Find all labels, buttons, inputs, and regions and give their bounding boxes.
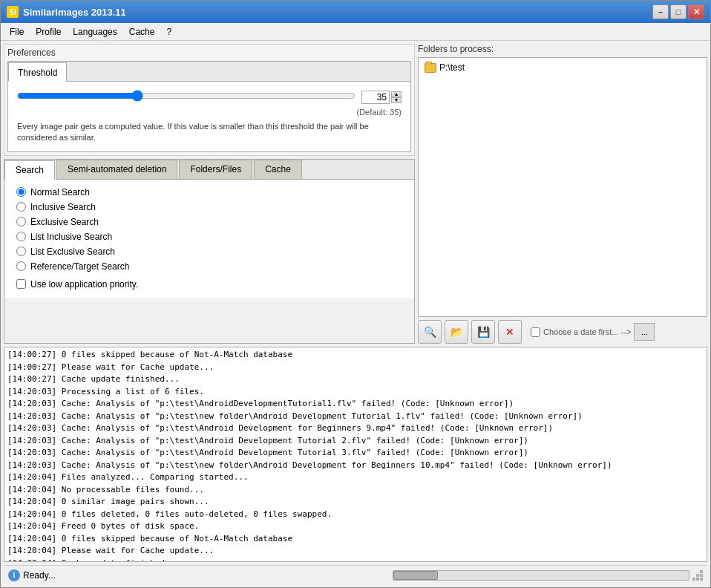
delete-icon: ✕	[505, 326, 514, 338]
threshold-spinner: ▲ ▼	[391, 91, 402, 103]
browse-date-button[interactable]: ...	[634, 323, 655, 341]
tab-cache[interactable]: Cache	[254, 160, 302, 179]
app-icon: SI	[7, 6, 19, 18]
low-priority-row: Use low application priority.	[16, 279, 402, 290]
maximize-button[interactable]: □	[670, 4, 687, 19]
radio-list-inclusive: List Inclusive Search	[16, 232, 402, 242]
threshold-input[interactable]	[361, 91, 390, 104]
radio-list-exclusive-input[interactable]	[16, 246, 26, 256]
folder-list: P:\test	[418, 57, 707, 317]
log-line: [14:20:04] No processable files found...	[7, 484, 692, 497]
window-title: SimilarImages 2013.11	[23, 7, 652, 18]
add-folder-icon: 📂	[450, 326, 463, 338]
window-controls: – □ ✕	[652, 4, 704, 19]
search-button[interactable]: 🔍	[418, 320, 442, 344]
radio-inclusive-input[interactable]	[16, 202, 26, 212]
folder-icon	[425, 63, 436, 73]
search-tab-header: Search Semi-automated deletion Folders/F…	[4, 160, 414, 180]
close-button[interactable]: ✕	[688, 4, 704, 19]
threshold-content: ▲ ▼ (Default: 35) Every image pair gets …	[8, 82, 410, 151]
log-line: [14:00:27] Please wait for Cache update.…	[7, 362, 692, 374]
spin-up[interactable]: ▲	[391, 91, 402, 97]
folder-path: P:\test	[439, 62, 465, 73]
delete-button[interactable]: ✕	[498, 320, 522, 344]
status-text: Ready...	[23, 570, 390, 581]
title-bar: SI SimilarImages 2013.11 – □ ✕	[1, 1, 710, 23]
radio-list-exclusive-label[interactable]: List Exclusive Search	[30, 246, 115, 257]
save-button[interactable]: 💾	[471, 320, 495, 344]
log-line: [14:20:03] Cache: Analysis of "p:\test\A…	[7, 422, 692, 435]
radio-inclusive-label[interactable]: Inclusive Search	[30, 202, 96, 212]
radio-exclusive-label[interactable]: Exclusive Search	[30, 217, 99, 227]
radio-normal-input[interactable]	[16, 187, 26, 197]
log-line: [14:20:03] Cache: Analysis of "p:\test\A…	[7, 447, 692, 460]
status-icon: i	[8, 569, 20, 581]
date-label[interactable]: Choose a date first... -->	[543, 327, 631, 336]
scrollbar-thumb	[393, 571, 438, 580]
status-bar: i Ready...	[4, 565, 707, 584]
folder-toolbar: 🔍 📂 💾 ✕ Choose a date first... --> .	[418, 320, 707, 344]
radio-list-inclusive-input[interactable]	[16, 232, 26, 241]
log-line: [14:20:04] Cache update finished...	[7, 558, 692, 563]
menu-file[interactable]: File	[4, 25, 30, 39]
radio-exclusive: Exclusive Search	[16, 217, 402, 227]
menu-help[interactable]: ?	[160, 25, 177, 39]
date-area: Choose a date first... --> ...	[531, 323, 707, 341]
radio-list-inclusive-label[interactable]: List Inclusive Search	[30, 232, 112, 242]
radio-normal: Normal Search	[16, 187, 402, 197]
date-checkbox[interactable]	[531, 327, 540, 337]
minimize-button[interactable]: –	[652, 4, 669, 19]
log-area[interactable]: [14:00:27] 0 files skipped because of No…	[4, 347, 707, 562]
menu-profile[interactable]: Profile	[30, 25, 67, 39]
radio-normal-label[interactable]: Normal Search	[30, 187, 90, 197]
threshold-tab-header: Threshold	[8, 62, 410, 82]
search-options: Normal Search Inclusive Search Exclusive…	[4, 180, 414, 297]
log-line: [14:20:04] 0 files skipped because of No…	[7, 533, 692, 546]
save-icon: 💾	[477, 326, 490, 338]
resize-grip[interactable]	[692, 570, 703, 581]
menu-bar: File Profile Languages Cache ?	[1, 23, 710, 41]
preferences-section: Preferences Threshold	[4, 44, 415, 156]
search-section: Search Semi-automated deletion Folders/F…	[4, 159, 415, 344]
radio-reference: Reference/Target Search	[16, 261, 402, 272]
threshold-value-box: ▲ ▼	[361, 91, 402, 104]
horizontal-scrollbar[interactable]	[393, 570, 689, 581]
tab-search[interactable]: Search	[4, 160, 55, 180]
log-wrapper: [14:00:27] 0 files skipped because of No…	[4, 347, 707, 562]
log-line: [14:20:03] Cache: Analysis of "p:\test\n…	[7, 460, 692, 472]
low-priority-label[interactable]: Use low application priority.	[30, 279, 138, 290]
threshold-slider[interactable]	[17, 89, 356, 102]
menu-languages[interactable]: Languages	[67, 25, 122, 39]
radio-reference-label[interactable]: Reference/Target Search	[30, 261, 129, 272]
spin-down[interactable]: ▼	[391, 97, 402, 103]
main-content: Preferences Threshold	[1, 41, 710, 587]
tab-threshold[interactable]: Threshold	[8, 62, 67, 82]
left-panel: Preferences Threshold	[4, 44, 415, 344]
threshold-panel: Threshold ▲	[7, 61, 411, 152]
search-tab-content: Normal Search Inclusive Search Exclusive…	[4, 180, 414, 298]
log-line: [14:00:27] 0 files skipped because of No…	[7, 349, 692, 362]
add-folder-button[interactable]: 📂	[445, 320, 468, 344]
top-area: Preferences Threshold	[4, 44, 707, 344]
search-icon: 🔍	[424, 326, 436, 338]
folder-panel: Folders to process: P:\test 🔍 📂	[418, 44, 707, 344]
folders-label: Folders to process:	[418, 44, 707, 54]
preferences-label: Preferences	[7, 48, 411, 58]
low-priority-checkbox[interactable]	[16, 279, 26, 289]
list-item[interactable]: P:\test	[422, 61, 704, 74]
slider-container	[17, 89, 356, 105]
menu-cache[interactable]: Cache	[123, 25, 161, 39]
log-line: [14:20:03] Cache: Analysis of "p:\test\A…	[7, 398, 692, 411]
log-line: [14:20:03] Processing a list of 6 files.	[7, 386, 692, 399]
radio-exclusive-input[interactable]	[16, 217, 26, 226]
radio-list-exclusive: List Exclusive Search	[16, 246, 402, 257]
threshold-slider-row: ▲ ▼	[17, 89, 402, 105]
log-line: [14:20:03] Cache: Analysis of "p:\test\n…	[7, 411, 692, 423]
main-window: SI SimilarImages 2013.11 – □ ✕ File Prof…	[0, 0, 711, 588]
tab-semi-auto[interactable]: Semi-automated deletion	[56, 160, 177, 179]
threshold-default: (Default: 35)	[17, 108, 402, 117]
radio-reference-input[interactable]	[16, 261, 26, 271]
log-line: [14:00:27] Cache update finished...	[7, 373, 692, 386]
radio-inclusive: Inclusive Search	[16, 202, 402, 212]
tab-folders-files[interactable]: Folders/Files	[179, 160, 252, 179]
